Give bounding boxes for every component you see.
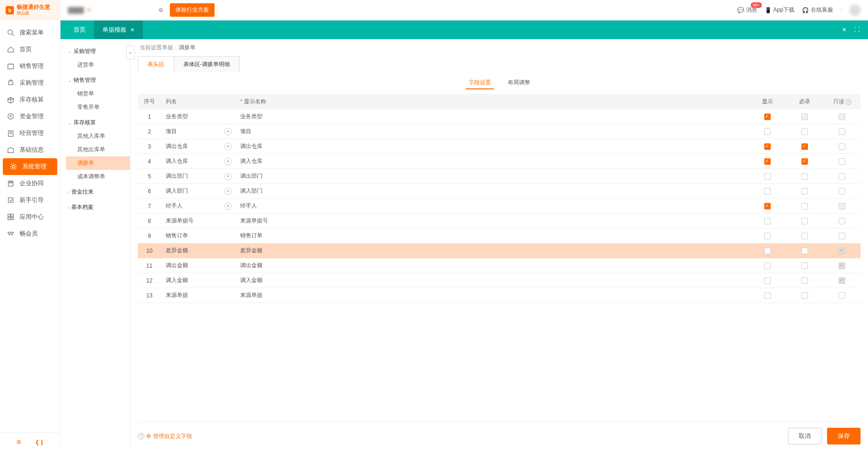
app-download-button[interactable]: 📱 App下载 (765, 6, 794, 14)
checkbox[interactable] (764, 173, 771, 180)
cell-display[interactable]: 销售订单 (236, 229, 749, 243)
sub-tab[interactable]: 布局调整 (505, 77, 533, 89)
sec-item[interactable]: 其他入库单 (66, 129, 130, 143)
online-service-button[interactable]: 🎧 在线客服 (802, 6, 833, 14)
checkbox[interactable] (801, 218, 808, 224)
collapse-secondary-icon[interactable]: « (126, 46, 135, 60)
sec-item[interactable]: 调拨单 (66, 156, 130, 170)
checkbox[interactable] (801, 188, 808, 195)
checkbox[interactable] (839, 292, 845, 299)
cell-display[interactable]: 调出金额 (236, 258, 749, 273)
sec-item[interactable]: 成本调整单 (66, 170, 130, 183)
org-selector[interactable]: ████▼ (68, 7, 152, 13)
checkbox[interactable] (764, 143, 771, 150)
save-button[interactable]: 保存 (827, 428, 861, 444)
cell-display[interactable]: 来源单据 (236, 288, 749, 303)
sidebar-item-novice[interactable]: 新手引导 (0, 192, 60, 209)
checkbox[interactable] (801, 292, 808, 299)
cell-display[interactable]: 调出仓库 (236, 139, 749, 154)
checkbox[interactable] (764, 292, 771, 299)
experience-button[interactable]: 体验行业方案 (170, 3, 215, 17)
checkbox[interactable] (801, 158, 808, 165)
fullscreen-icon[interactable]: ⛶ (854, 27, 860, 33)
checkbox[interactable] (801, 203, 808, 209)
sec-group-head[interactable]: ›基本档案 (66, 201, 130, 214)
cell-display[interactable]: 调入部门 (236, 184, 749, 199)
checkbox[interactable] (764, 203, 771, 209)
sidebar-item-inventory[interactable]: 库存核算 (0, 91, 60, 108)
checkbox[interactable] (839, 173, 845, 180)
cell-display[interactable]: 业务类型 (236, 109, 749, 124)
sidebar-item-basic[interactable]: 基础信息 (0, 141, 60, 158)
collapse-sidebar-icon[interactable]: ❮❙ (35, 439, 44, 445)
sidebar-item-member[interactable]: 畅会员 (0, 225, 60, 242)
sec-group-head[interactable]: ⌄销售管理 (66, 74, 130, 87)
checkbox[interactable] (801, 233, 808, 239)
add-icon[interactable]: + (224, 158, 232, 165)
checkbox[interactable] (839, 218, 845, 224)
area-tab[interactable]: 表头区 (138, 56, 174, 72)
checkbox[interactable] (801, 173, 808, 180)
sec-item[interactable]: 进货单 (66, 58, 130, 72)
sec-item[interactable]: 其他出库单 (66, 143, 130, 156)
cell-display[interactable]: 项目 (236, 124, 749, 139)
cell-display[interactable]: 差异金额 (236, 243, 749, 258)
add-icon[interactable]: + (224, 188, 232, 195)
close-all-tabs-icon[interactable]: ✕ (842, 27, 847, 33)
sec-group-head[interactable]: ⌄库存核算 (66, 116, 130, 129)
checkbox[interactable] (764, 218, 771, 224)
checkbox[interactable] (839, 143, 845, 150)
messages-button[interactable]: 💬 消息 99+ (737, 6, 757, 14)
sidebar-item-system[interactable]: 系统管理 (3, 158, 57, 175)
checkbox[interactable] (801, 143, 808, 150)
cell-display[interactable]: 调出部门 (236, 169, 749, 184)
checkbox[interactable] (764, 248, 771, 254)
sidebar-item-appcenter[interactable]: 应用中心 (0, 209, 60, 225)
add-icon[interactable]: + (224, 143, 232, 150)
tab[interactable]: 单据模板✕ (94, 20, 143, 39)
add-icon[interactable]: + (224, 202, 232, 210)
sidebar-item-enterprise[interactable]: 企业协同 (0, 175, 60, 192)
sidebar-item-funds[interactable]: 资金管理 (0, 108, 60, 125)
checkbox[interactable] (801, 248, 808, 254)
help-icon[interactable]: ? (846, 99, 851, 105)
checkbox[interactable] (839, 233, 845, 239)
sec-item[interactable]: 零售开单 (66, 101, 130, 114)
settings-icon[interactable]: ⚙ (16, 439, 21, 445)
checkbox[interactable] (801, 128, 808, 135)
sidebar-item-sales[interactable]: 销售管理 (0, 58, 60, 74)
close-tab-icon[interactable]: ✕ (130, 27, 135, 33)
sidebar-item-home[interactable]: 首页 (0, 41, 60, 58)
checkbox[interactable] (839, 188, 845, 195)
checkbox[interactable] (764, 233, 771, 239)
checkbox[interactable] (764, 188, 771, 195)
checkbox[interactable] (764, 114, 771, 120)
sec-group-head[interactable]: ›资金往来 (66, 185, 130, 199)
cell-display[interactable]: 来源单据号 (236, 214, 749, 229)
checkbox[interactable] (839, 128, 845, 135)
add-icon[interactable]: + (224, 128, 232, 135)
tab[interactable]: 首页 (65, 20, 94, 39)
sec-item[interactable]: 销货单 (66, 87, 130, 101)
checkbox[interactable] (764, 277, 771, 284)
sec-group-head[interactable]: ⌄采购管理 (66, 45, 130, 58)
gear-icon[interactable]: ⚙ (158, 7, 163, 13)
sidebar-item-purchase[interactable]: 采购管理 (0, 74, 60, 91)
add-icon[interactable]: + (224, 173, 232, 180)
avatar[interactable] (849, 5, 861, 16)
cell-display[interactable]: 调入金额 (236, 273, 749, 288)
checkbox[interactable] (801, 277, 808, 284)
cancel-button[interactable]: 取消 (788, 428, 821, 444)
sidebar-item-operation[interactable]: 经营管理 (0, 125, 60, 141)
cell-display[interactable]: 调入仓库 (236, 154, 749, 169)
checkbox[interactable] (801, 263, 808, 269)
sidebar-item-search[interactable]: 搜索菜单 (0, 24, 60, 41)
checkbox[interactable] (764, 158, 771, 165)
checkbox[interactable] (764, 128, 771, 135)
area-tab[interactable]: 表体区-调拨单明细 (174, 56, 240, 72)
manage-custom-fields-link[interactable]: ? ⚙ 管理自定义字段 (138, 432, 192, 440)
cell-display[interactable]: 经手人 (236, 199, 749, 214)
checkbox[interactable] (839, 158, 845, 165)
checkbox[interactable] (764, 263, 771, 269)
sub-tab[interactable]: 字段设置 (466, 77, 494, 89)
